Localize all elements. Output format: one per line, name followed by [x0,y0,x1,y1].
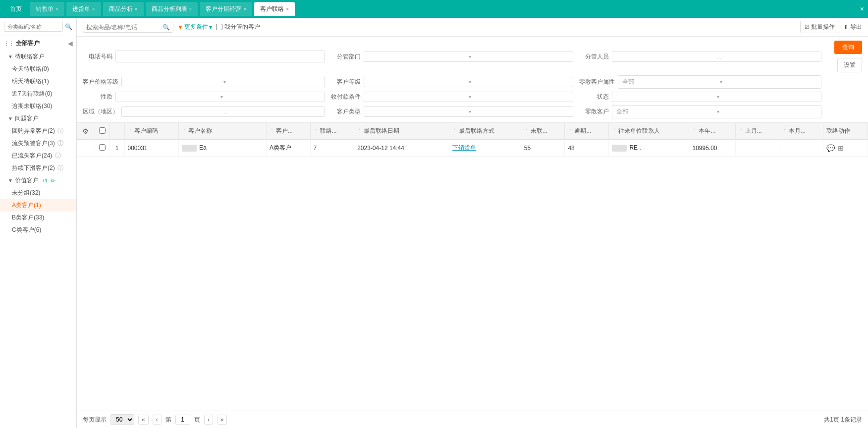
top-nav: 首页 销售单 × 进货单 × 商品分析 × 商品分析列表 × 客户分层经营 × … [0,0,868,18]
col-no-contact-header[interactable]: ⋮ 未联... [521,123,565,140]
filter-status: 状态 ▾ [579,92,821,102]
nav-home[interactable]: 首页 [4,2,28,16]
per-page-select[interactable]: 50 [110,414,134,425]
select-all-checkbox[interactable] [99,127,106,134]
row-overdue: 48 [565,140,609,157]
tab-customer-segment-label: 客户分层经营 [206,5,241,13]
col-last-date-header[interactable]: ⋮ 最后联络日期 [354,123,449,140]
col-contact-header[interactable]: ⋮ 联络... [310,123,354,140]
close-purchase-tab[interactable]: × [92,6,95,12]
sidebar-pending-header[interactable]: ▼ 待联络客户 [0,51,76,63]
price-level-select[interactable]: ▾ [121,77,325,87]
filter-row-2: 客户价格等级 ▾ 客户等级 ▾ 零散客户属性 全部 [83,75,862,89]
close-all-btn[interactable]: × [860,5,864,13]
col-overdue-header[interactable]: ⋮ 逾期... [565,123,609,140]
phone-input[interactable] [115,51,325,62]
manager-select[interactable]: … [612,52,821,62]
sidebar-collapse-btn[interactable]: ◀ [68,40,72,47]
nature-select[interactable]: ▾ [115,92,325,102]
col-type-header[interactable]: ⋮ 客户... [266,123,310,140]
region-select[interactable]: … [121,107,325,117]
close-customer-contact-tab[interactable]: × [286,6,289,12]
last-page-btn[interactable]: » [217,415,227,425]
nav-tab-sales[interactable]: 销售单 × [30,2,64,16]
col-unit-contact-header[interactable]: ⋮ 往来单位联系人 [609,123,689,140]
sidebar-item-tomorrow[interactable]: 明天待联络(1) [0,75,76,88]
sidebar-item-ungroup[interactable]: 未分组(32) [0,187,76,199]
page-input[interactable] [175,415,190,425]
filter-more-btn[interactable]: ▼ 更多条件 ▾ [177,23,212,31]
chat-icon[interactable]: 💬 [826,144,835,152]
col-gear[interactable]: ⚙ [77,123,95,140]
query-button[interactable]: 查询 [834,41,862,54]
payment-select[interactable]: ▾ [364,92,573,102]
col-last-month-header[interactable]: ⋮ 上月... [735,123,779,140]
filter-retail-customer: 零散客户 全部 ▾ [579,105,821,118]
nav-tab-customer-contact[interactable]: 客户联络 × [254,2,295,16]
nav-tab-analysis-list[interactable]: 商品分析列表 × [146,2,198,16]
col-code-header[interactable]: ⋮ 客户编码 [124,123,178,140]
customer-level-select[interactable]: ▾ [364,77,573,87]
status-select[interactable]: ▾ [612,92,821,102]
row-select-checkbox[interactable] [99,144,106,151]
retail-customer-label: 零散客户 [579,107,609,116]
col-name-header[interactable]: ⋮ 客户名称 [178,123,266,140]
export-btn[interactable]: ⬆ 导出 [843,23,862,31]
my-customers-checkbox[interactable] [216,24,222,30]
first-page-btn[interactable]: « [138,415,149,425]
sidebar-item-lost[interactable]: 已流失客户(24) ⓘ [0,150,76,162]
row-unit-contact: RE . [609,140,689,157]
retail-attr-select[interactable]: 全部 ▾ [618,75,821,89]
sidebar-item-warning[interactable]: 流失预警客户(3) ⓘ [0,137,76,150]
last-method-link[interactable]: 下销货单 [452,144,476,151]
batch-op-btn[interactable]: ☑ 批量操作 [800,21,839,33]
data-table-container: ⚙ ⋮ 客户编码 [77,123,868,411]
filter-more-arrow: ▾ [209,24,212,31]
close-analysis-list-tab[interactable]: × [189,6,192,12]
col-this-year-header[interactable]: ⋮ 本年... [689,123,735,140]
sidebar-all-customers[interactable]: ⋮⋮ 全部客户 ◀ [0,36,76,51]
nav-tab-analysis[interactable]: 商品分析 × [103,2,144,16]
my-customers-label: 我分管的客户 [224,23,260,31]
retail-attr-value: 全部 [622,78,720,86]
prev-page-btn[interactable]: ‹ [153,415,162,425]
customer-type-select[interactable]: ▾ [364,107,573,117]
settings-button[interactable]: 设置 [837,58,862,72]
retail-attr-label: 零散客户属性 [579,78,615,86]
nav-tab-purchase[interactable]: 进货单 × [66,2,101,16]
sidebar-item-class-b[interactable]: B类客户(33) [0,212,76,224]
sidebar-search-icon[interactable]: 🔍 [65,23,72,30]
sidebar-item-declining[interactable]: 持续下滑客户(2) ⓘ [0,162,76,174]
sidebar-item-overdue[interactable]: 逾期未联络(30) [0,100,76,112]
dept-select[interactable]: ▾ [364,52,573,62]
filter-row-1: 电话号码 分管部门 ▾ 分管人员 … [83,41,862,72]
table-gear-icon[interactable]: ⚙ [82,127,89,135]
region-label: 区域（地区） [83,107,118,116]
retail-customer-select[interactable]: 全部 ▾ [612,105,821,118]
sidebar-item-abnormal[interactable]: 回购异常客户(2) ⓘ [0,125,76,137]
price-level-label: 客户价格等级 [83,78,118,86]
sidebar-search-input[interactable] [4,22,63,32]
per-page-label: 每页显示 [83,416,107,424]
filter-search-box[interactable]: 🔍 [83,22,173,33]
nav-tab-customer-segment[interactable]: 客户分层经营 × [200,2,252,16]
close-customer-segment-tab[interactable]: × [243,6,246,12]
sidebar-item-today[interactable]: 今天待联络(0) [0,63,76,75]
retail-customer-value: 全部 [616,107,717,116]
filter-search-icon[interactable]: 🔍 [163,24,170,31]
filter-search-input[interactable] [86,24,161,31]
sidebar-problem-header[interactable]: ▼ 问题客户 [0,112,76,125]
col-this-month-header[interactable]: ⋮ 本月... [779,123,823,140]
sidebar-item-class-a[interactable]: A类客户(1) [0,199,76,212]
tab-sales-label: 销售单 [36,5,54,13]
close-sales-tab[interactable]: × [55,6,58,12]
close-analysis-tab[interactable]: × [135,6,138,12]
filter-retail-attr: 零散客户属性 全部 ▾ [579,75,821,89]
col-last-method-header[interactable]: ⋮ 最后联络方式 [449,123,521,140]
filter-phone: 电话号码 [83,51,325,62]
qr-icon[interactable]: ⊞ [838,144,844,152]
next-page-btn[interactable]: › [204,415,213,425]
sidebar-item-7days[interactable]: 近7天待联络(0) [0,88,76,100]
sidebar-item-class-c[interactable]: C类客户(6) [0,224,76,236]
sidebar-value-header[interactable]: ▼ 价值客户 ↺ ✏ [0,174,76,187]
